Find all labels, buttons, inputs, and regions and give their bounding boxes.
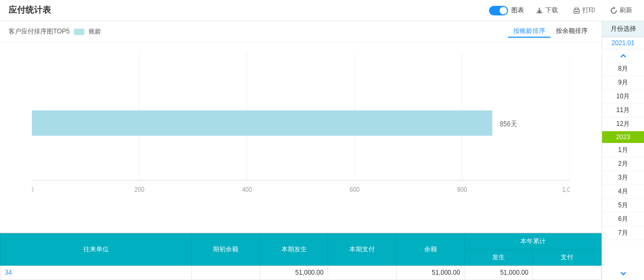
sidebar-month-item[interactable]: 9月 <box>602 76 644 90</box>
legend-title: 客户应付排序图TOP5 <box>8 27 70 36</box>
sidebar-month-item[interactable]: 6月 <box>602 213 644 226</box>
download-icon <box>536 7 543 14</box>
chart-toggle[interactable]: 图表 <box>489 6 524 15</box>
download-label: 下载 <box>545 6 558 15</box>
chevron-down-icon <box>619 269 628 278</box>
download-button[interactable]: 下载 <box>533 5 561 16</box>
refresh-button[interactable]: 刷新 <box>607 5 636 16</box>
sidebar-month-item[interactable]: 4月 <box>602 185 644 199</box>
col-current-header: 本期发生 <box>260 234 328 266</box>
ytd-payment-cell <box>533 266 602 280</box>
ytd-amount-cell: 51,000.00 <box>465 266 533 280</box>
app-container: 应付统计表 图表 下载 打印 刷新 <box>0 0 644 280</box>
current-amount-cell: 51,000.00 <box>260 266 328 280</box>
sidebar-header: 月份选择 <box>602 21 644 37</box>
svg-text:600: 600 <box>350 185 360 193</box>
sidebar-current-month[interactable]: 2021.01 <box>602 37 644 49</box>
svg-text:856天: 856天 <box>500 120 517 128</box>
sidebar-month-item[interactable]: 8月 <box>602 62 644 76</box>
current-payment-cell <box>328 266 397 280</box>
legend-box-label: 账龄 <box>89 27 101 36</box>
unit-cell: 34 <box>1 266 192 280</box>
legend-box <box>74 29 84 35</box>
sidebar-months-list: 8月9月10月11月12月20231月2月3月4月5月6月7月 <box>602 62 644 267</box>
refresh-label: 刷新 <box>620 6 632 15</box>
toggle-track[interactable] <box>489 6 508 15</box>
svg-text:800: 800 <box>457 185 467 193</box>
svg-text:0: 0 <box>32 185 33 193</box>
toggle-thumb <box>500 7 507 14</box>
svg-text:1,000: 1,000 <box>562 185 570 193</box>
sidebar-month-item[interactable]: 2023 <box>602 131 644 143</box>
sidebar-month-item[interactable]: 10月 <box>602 90 644 104</box>
sidebar-month-item[interactable]: 1月 <box>602 143 644 157</box>
col-balance-header: 余额 <box>397 234 465 266</box>
col-payment-header: 本期支付 <box>328 234 397 266</box>
sidebar-month-item[interactable]: 3月 <box>602 171 644 185</box>
sidebar-month-item[interactable]: 11月 <box>602 104 644 117</box>
col-opening-header: 期初余额 <box>192 234 260 266</box>
svg-text:200: 200 <box>134 185 144 193</box>
chart-label: 图表 <box>511 6 524 15</box>
opening-balance-cell <box>192 266 260 280</box>
col-ytd-amount-header: 发生 <box>465 250 533 266</box>
header-actions: 图表 下载 打印 刷新 <box>489 5 636 16</box>
sidebar-month-item[interactable]: 7月 <box>602 226 644 240</box>
svg-rect-1 <box>575 11 578 12</box>
chart-svg: 34 856天 0 200 400 600 800 1,000 <box>32 53 570 206</box>
chevron-up-icon <box>619 52 628 60</box>
page-title: 应付统计表 <box>8 5 51 16</box>
balance-cell: 51,000.00 <box>397 266 465 280</box>
sidebar-up-button[interactable] <box>602 49 644 62</box>
table-row: 34 51,000.00 51,000.00 51,000.00 <box>1 266 602 280</box>
main-content: 客户应付排序图TOP5 账龄 按账龄排序 按余额排序 <box>0 21 644 280</box>
bar-34 <box>32 111 492 136</box>
sort-by-age-button[interactable]: 按账龄排序 <box>508 26 551 38</box>
chart-legend: 客户应付排序图TOP5 账龄 <box>8 27 101 36</box>
unit-link[interactable]: 34 <box>5 269 12 276</box>
print-label: 打印 <box>582 6 595 15</box>
chart-area: 客户应付排序图TOP5 账龄 按账龄排序 按余额排序 <box>0 21 602 280</box>
sidebar-month-item[interactable]: 12月 <box>602 117 644 131</box>
sidebar-month-item[interactable]: 5月 <box>602 199 644 213</box>
col-unit-header: 往来单位 <box>1 234 192 266</box>
sidebar-month-item[interactable]: 2月 <box>602 157 644 171</box>
sort-by-balance-button[interactable]: 按余额排序 <box>551 26 593 38</box>
header: 应付统计表 图表 下载 打印 刷新 <box>0 0 644 21</box>
sort-buttons: 按账龄排序 按余额排序 <box>508 26 593 38</box>
sidebar: 月份选择 2021.01 8月9月10月11月12月20231月2月3月4月5月… <box>602 21 644 280</box>
chart-header: 客户应付排序图TOP5 账龄 按账龄排序 按余额排序 <box>0 21 602 43</box>
bar-chart: 34 856天 0 200 400 600 800 1,000 <box>0 43 602 232</box>
data-table-area: 往来单位 期初余额 本期发生 本期支付 余额 本年累计 发生 支付 <box>0 232 602 280</box>
data-table: 往来单位 期初余额 本期发生 本期支付 余额 本年累计 发生 支付 <box>0 233 602 280</box>
print-button[interactable]: 打印 <box>570 5 598 16</box>
refresh-icon <box>610 7 617 14</box>
svg-text:400: 400 <box>242 185 252 193</box>
print-icon <box>573 7 580 14</box>
sidebar-down-button[interactable] <box>602 267 644 280</box>
col-ytd-group-header: 本年累计 <box>465 234 601 250</box>
col-ytd-payment-header: 支付 <box>533 250 602 266</box>
